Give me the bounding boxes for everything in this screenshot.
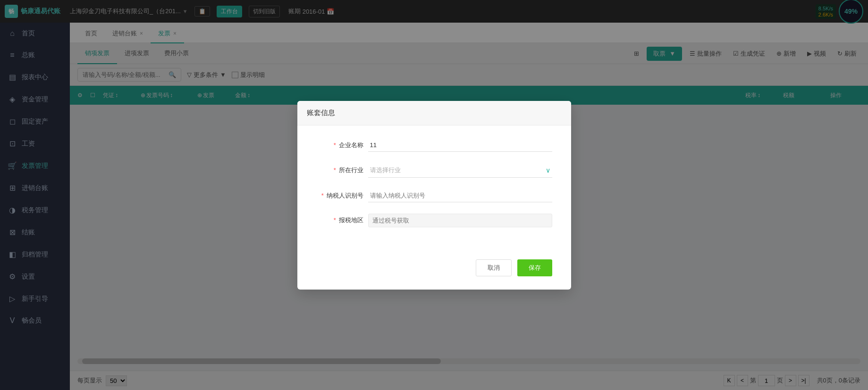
industry-label: * 所在行业 [316, 166, 368, 174]
cancel-button[interactable]: 取消 [476, 259, 512, 276]
tax-region-input [368, 214, 552, 227]
tax-id-label: * 纳税人识别号 [316, 191, 368, 200]
tax-region-label: * 报税地区 [316, 216, 368, 224]
form-row-company: * 企业名称 [316, 139, 552, 152]
form-row-tax-region: * 报税地区 [316, 214, 552, 227]
dialog-body: * 企业名称 * 所在行业 请选择行业 ∨ * 纳 [297, 125, 571, 252]
tax-id-input[interactable] [368, 189, 552, 202]
modal-overlay: 账套信息 * 企业名称 * 所在行业 请选择行业 ∨ [0, 0, 868, 390]
dialog-footer: 取消 保存 [297, 252, 571, 290]
company-name-label: * 企业名称 [316, 141, 368, 149]
form-row-industry: * 所在行业 请选择行业 ∨ [316, 163, 552, 178]
company-name-input[interactable] [368, 139, 552, 152]
dialog-header: 账套信息 [297, 101, 571, 125]
form-row-tax-id: * 纳税人识别号 [316, 189, 552, 202]
account-info-dialog: 账套信息 * 企业名称 * 所在行业 请选择行业 ∨ [297, 101, 571, 290]
industry-dropdown-arrow: ∨ [546, 166, 550, 174]
industry-select[interactable]: 请选择行业 ∨ [368, 163, 552, 178]
save-button[interactable]: 保存 [517, 259, 552, 276]
industry-placeholder: 请选择行业 [370, 166, 546, 174]
dialog-title: 账套信息 [307, 108, 335, 116]
